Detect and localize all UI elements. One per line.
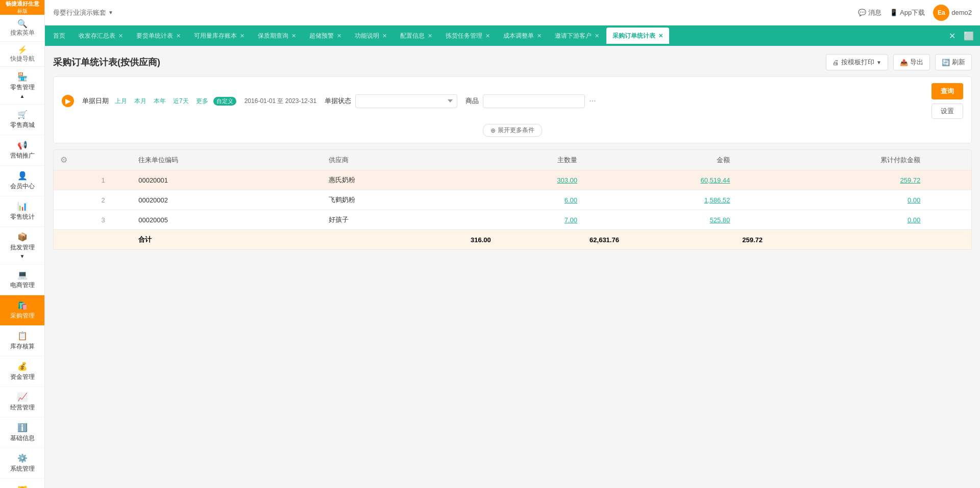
sidebar-item-purchase[interactable]: 🛍️ 采购管理 bbox=[0, 295, 44, 326]
table-footer-row: 合计 316.00 62,631.76 259.72 bbox=[54, 230, 971, 250]
tab-pick-task[interactable]: 拣货任务管理 ✕ bbox=[439, 28, 496, 44]
tab-order-stats-close[interactable]: ✕ bbox=[176, 33, 181, 39]
date-custom-badge[interactable]: 自定义 bbox=[213, 97, 236, 106]
tab-invite-downstream[interactable]: 邀请下游客户 ✕ bbox=[549, 28, 605, 44]
inventory-icon: 📋 bbox=[17, 331, 28, 341]
sidebar-item-ecommerce[interactable]: 💻 电商管理 bbox=[0, 265, 44, 295]
settings-button[interactable]: 设置 bbox=[932, 104, 963, 119]
refresh-button[interactable]: 🔄 刷新 bbox=[935, 54, 972, 70]
row3-paid[interactable]: 0.00 bbox=[736, 210, 926, 230]
sidebar-item-system-label: 系统管理 bbox=[10, 465, 35, 473]
user-name: demo2 bbox=[951, 9, 972, 16]
sidebar-item-inventory[interactable]: 📋 库存核算 bbox=[0, 326, 44, 356]
row3-quantity[interactable]: 7.00 bbox=[464, 210, 583, 230]
search-menu-item[interactable]: 🔍 搜索英单 bbox=[0, 15, 44, 42]
status-select[interactable] bbox=[355, 94, 457, 108]
settings-col-header[interactable]: ⚙ bbox=[54, 150, 74, 170]
tab-available-inventory[interactable]: 可用量库存账本 ✕ bbox=[188, 28, 251, 44]
wholesale-icon: 📦 bbox=[17, 232, 28, 242]
sidebar-item-operations[interactable]: 📈 经营管理 bbox=[0, 387, 44, 418]
filter-toggle-button[interactable]: ▶ bbox=[62, 95, 74, 107]
sidebar-item-wholesale[interactable]: 📦 批发管理 ▼ bbox=[0, 227, 44, 265]
page-header: 采购订单统计表(按供应商) 🖨 按模板打印 ▼ 📤 导出 🔄 刷新 bbox=[53, 54, 972, 70]
sidebar-item-system[interactable]: ⚙️ 系统管理 bbox=[0, 448, 44, 479]
tab-maximize-button[interactable]: ⬜ bbox=[962, 30, 976, 42]
row1-amount[interactable]: 60,519.44 bbox=[583, 170, 736, 190]
row2-amount[interactable]: 1,586.52 bbox=[583, 190, 736, 210]
retail-stats-icon: 📊 bbox=[17, 201, 28, 211]
date-last-month-btn[interactable]: 上月 bbox=[113, 96, 129, 107]
org-name: 母婴行业演示账套 bbox=[53, 8, 106, 17]
tab-order-stats-label: 要货单统计表 bbox=[136, 32, 173, 40]
tab-available-inventory-close[interactable]: ✕ bbox=[240, 33, 244, 39]
date-range-value: 2016-01-01 至 2023-12-31 bbox=[244, 97, 316, 106]
row1-quantity[interactable]: 303.00 bbox=[464, 170, 583, 190]
row1-paid[interactable]: 259.72 bbox=[736, 170, 926, 190]
basic-icon: ℹ️ bbox=[17, 423, 28, 432]
sidebar-item-finance[interactable]: 💰 资金管理 bbox=[0, 356, 44, 387]
print-label: 按模板打印 bbox=[841, 58, 874, 67]
sidebar-item-enterprise[interactable]: 🤝 企业协同 bbox=[0, 479, 44, 488]
tab-collect-pay-close[interactable]: ✕ bbox=[118, 33, 123, 39]
tab-close-all-button[interactable]: ✕ bbox=[947, 30, 958, 42]
expand-more-btn[interactable]: ⊕ 展开更多条件 bbox=[483, 124, 542, 137]
tab-validity-query-close[interactable]: ✕ bbox=[291, 33, 296, 39]
tab-validity-query[interactable]: 保质期查询 ✕ bbox=[252, 28, 302, 44]
sidebar-item-retail[interactable]: 🏪 零售管理 ▲ bbox=[0, 67, 44, 105]
tab-invite-downstream-close[interactable]: ✕ bbox=[595, 33, 599, 39]
tab-purchase-order-stats[interactable]: 采购订单统计表 ✕ bbox=[606, 28, 669, 44]
tab-overstock[interactable]: 超储预警 ✕ bbox=[303, 28, 348, 44]
sidebar-item-basic[interactable]: ℹ️ 基础信息 bbox=[0, 418, 44, 448]
sidebar-item-operations-label: 经营管理 bbox=[10, 403, 35, 412]
query-button[interactable]: 查询 bbox=[932, 83, 963, 99]
app-download-button[interactable]: 📱 App下载 bbox=[890, 8, 925, 17]
date-this-month-btn[interactable]: 本月 bbox=[132, 96, 149, 107]
print-button[interactable]: 🖨 按模板打印 ▼ bbox=[826, 54, 888, 70]
tab-function-desc-close[interactable]: ✕ bbox=[382, 33, 387, 39]
tab-purchase-order-stats-close[interactable]: ✕ bbox=[658, 33, 663, 39]
row2-quantity[interactable]: 6.00 bbox=[464, 190, 583, 210]
tab-config-info[interactable]: 配置信息 ✕ bbox=[394, 28, 438, 44]
tab-cost-adjust[interactable]: 成本调整单 ✕ bbox=[497, 28, 548, 44]
sidebar-item-member[interactable]: 👤 会员中心 bbox=[0, 166, 44, 196]
sidebar-item-retail-shop[interactable]: 🛒 零售商城 bbox=[0, 105, 44, 135]
top-bar-right: 💬 消息 📱 App下载 Ea demo2 bbox=[858, 5, 972, 21]
sidebar-item-inventory-label: 库存核算 bbox=[10, 342, 35, 351]
tab-overstock-close[interactable]: ✕ bbox=[337, 33, 341, 39]
date-last7-btn[interactable]: 近7天 bbox=[171, 96, 191, 107]
tab-function-desc[interactable]: 功能说明 ✕ bbox=[349, 28, 393, 44]
paid-col-header: 累计付款金额 bbox=[736, 150, 926, 170]
export-button[interactable]: 📤 导出 bbox=[893, 54, 930, 70]
tab-bar: 首页 收发存汇总表 ✕ 要货单统计表 ✕ 可用量库存账本 ✕ 保质期查询 ✕ 超… bbox=[45, 25, 980, 46]
date-more-btn[interactable]: 更多 bbox=[194, 96, 210, 107]
expand-more-label: 展开更多条件 bbox=[498, 126, 534, 135]
table-row[interactable]: 3 00020005 好孩子 7.00 525.80 0.00 bbox=[54, 210, 971, 230]
row2-paid[interactable]: 0.00 bbox=[736, 190, 926, 210]
user-menu[interactable]: Ea demo2 bbox=[933, 5, 972, 21]
org-selector[interactable]: 母婴行业演示账套 ▼ bbox=[53, 8, 113, 17]
row3-amount[interactable]: 525.80 bbox=[583, 210, 736, 230]
row2-settings bbox=[54, 190, 74, 210]
tab-order-stats[interactable]: 要货单统计表 ✕ bbox=[130, 28, 187, 44]
message-button[interactable]: 💬 消息 bbox=[858, 8, 881, 17]
quick-nav-item[interactable]: ⚡ 快捷导航 bbox=[0, 42, 44, 67]
table-row[interactable]: 1 00020001 惠氏奶粉 303.00 60,519.44 259.72 bbox=[54, 170, 971, 190]
tab-cost-adjust-close[interactable]: ✕ bbox=[537, 33, 542, 39]
column-settings-icon[interactable]: ⚙ bbox=[60, 155, 67, 165]
sidebar-item-marketing[interactable]: 📢 营销推广 bbox=[0, 135, 44, 166]
more-options-icon[interactable]: ··· bbox=[589, 96, 596, 106]
app-download-icon: 📱 bbox=[890, 9, 898, 16]
sidebar-item-retail-stats[interactable]: 📊 零售统计 bbox=[0, 196, 44, 227]
tab-bar-actions: ✕ ⬜ bbox=[947, 30, 978, 42]
tab-pick-task-close[interactable]: ✕ bbox=[485, 33, 490, 39]
date-this-year-btn[interactable]: 本年 bbox=[152, 96, 168, 107]
tab-config-info-close[interactable]: ✕ bbox=[428, 33, 432, 39]
sidebar-item-finance-label: 资金管理 bbox=[10, 373, 35, 381]
tab-home[interactable]: 首页 bbox=[47, 28, 71, 44]
goods-input[interactable] bbox=[483, 94, 585, 108]
page-header-actions: 🖨 按模板打印 ▼ 📤 导出 🔄 刷新 bbox=[826, 54, 972, 70]
table-row[interactable]: 2 00020002 飞鹤奶粉 6.00 1,586.52 0.00 bbox=[54, 190, 971, 210]
tab-overstock-label: 超储预警 bbox=[309, 32, 334, 40]
tab-collect-pay[interactable]: 收发存汇总表 ✕ bbox=[72, 28, 129, 44]
chevron-down-icon-wholesale: ▼ bbox=[20, 253, 25, 259]
